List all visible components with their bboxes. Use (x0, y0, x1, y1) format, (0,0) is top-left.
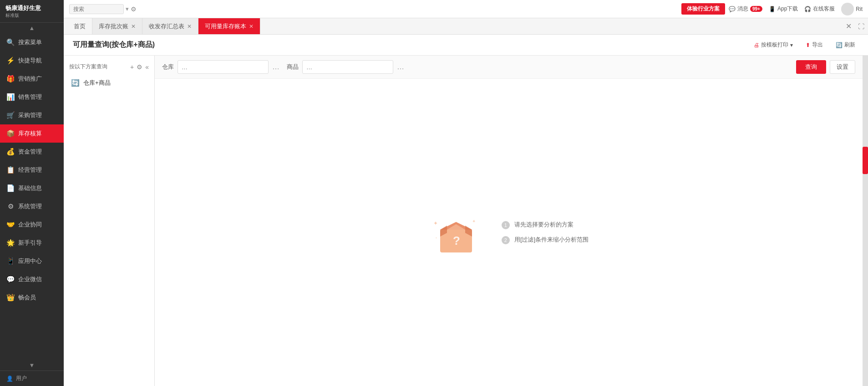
print-label: 按模板打印 (761, 41, 788, 49)
empty-tip-2: 2 用[过滤]条件来缩小分析范围 (502, 236, 589, 244)
topbar: ▾ ⚙ 体验行业方案 💬 消息 99+ 📱 App下载 🎧 在线客服 Rit (64, 0, 868, 18)
sidebar-label-inventory: 库存核算 (18, 129, 42, 138)
sidebar-item-member[interactable]: 👑 畅会员 (0, 288, 64, 307)
sidebar-item-search[interactable]: 🔍 搜索菜单 (0, 33, 64, 51)
sidebar-icon-purchase: 🛒 (6, 111, 15, 119)
goods-more-btn[interactable]: … (397, 63, 404, 71)
tab-batch[interactable]: 库存批次账✕ (92, 18, 142, 34)
tab-label-available: 可用量库存账本 (205, 22, 246, 31)
sidebar-scroll-up[interactable]: ▲ (0, 23, 64, 33)
sidebar-item-operation[interactable]: 📋 经营管理 (0, 161, 64, 179)
query-bar: 仓库 … 商品 … 查询 设置 (155, 56, 863, 79)
filter-item-label-warehouse-goods: 仓库+商品 (83, 79, 111, 87)
tab-home[interactable]: 首页 (67, 18, 92, 34)
sidebar-logo: 畅康通好生意 标准版 (0, 0, 64, 23)
filter-collapse-btn[interactable]: « (145, 63, 149, 71)
tabbar-right: ✕ ⛶ (843, 22, 864, 31)
filter-header-label: 按以下方案查询 (69, 63, 107, 71)
empty-state: ? ✦ ✦ • 1 请先选择要分析的方案 2 (155, 79, 863, 386)
right-scrollbar[interactable] (863, 56, 868, 386)
sidebar: 畅康通好生意 标准版 ▲ 🔍 搜索菜单 ⚡ 快捷导航 🎁 营销推广 📊 销售管理… (0, 0, 64, 386)
warehouse-more-btn[interactable]: … (272, 63, 279, 71)
query-btn[interactable]: 查询 (796, 60, 826, 74)
tab-label-collect: 收发存汇总表 (149, 22, 184, 31)
user-menu[interactable]: Rit (841, 3, 863, 15)
tabbar-expand-btn[interactable]: ⛶ (858, 23, 864, 30)
warehouse-label: 仓库 (162, 63, 174, 71)
sidebar-label-newbie: 新手引导 (18, 239, 42, 247)
trial-btn[interactable]: 体验行业方案 (681, 3, 725, 15)
sidebar-scroll-down[interactable]: ▼ (0, 360, 64, 371)
tab-available[interactable]: 可用量库存账本✕ (198, 18, 260, 34)
app-download-label: App下载 (777, 5, 798, 13)
app-title: 畅康通好生意 (5, 5, 58, 12)
sidebar-icon-appcenter: 📱 (6, 257, 15, 265)
sidebar-label-marketing: 营销推广 (18, 75, 42, 83)
topbar-search-input[interactable] (69, 4, 124, 14)
sidebar-label-member: 畅会员 (18, 293, 36, 302)
sidebar-nav: 🔍 搜索菜单 ⚡ 快捷导航 🎁 营销推广 📊 销售管理 🛒 采购管理 📦 库存核… (0, 33, 64, 360)
dropdown-icon[interactable]: ▾ (126, 5, 129, 12)
sidebar-item-marketing[interactable]: 🎁 营销推广 (0, 70, 64, 88)
tab-collect[interactable]: 收发存汇总表✕ (142, 18, 198, 34)
tip-num-2: 2 (502, 236, 510, 244)
app-download-btn[interactable]: 📱 App下载 (769, 5, 798, 13)
tab-close-available[interactable]: ✕ (249, 23, 254, 30)
sidebar-item-newbie[interactable]: 🌟 新手引导 (0, 234, 64, 252)
filter-item-warehouse-goods[interactable]: 🔄 仓库+商品 (64, 75, 154, 91)
topbar-right: 💬 消息 99+ 📱 App下载 🎧 在线客服 Rit (729, 3, 863, 15)
sidebar-item-sales[interactable]: 📊 销售管理 (0, 88, 64, 106)
message-btn[interactable]: 💬 消息 99+ (729, 5, 762, 13)
sidebar-label-operation: 经营管理 (18, 166, 42, 174)
sidebar-bottom: 👤 用户 (0, 371, 64, 386)
sidebar-label-shortcut: 快捷导航 (18, 57, 42, 65)
warehouse-input[interactable] (178, 60, 269, 74)
topbar-breadcrumb: ▾ ⚙ (69, 4, 678, 14)
sidebar-icon-search: 🔍 (6, 38, 15, 46)
tip-text-1: 请先选择要分析的方案 (514, 221, 574, 229)
filter-add-btn[interactable]: + (130, 63, 134, 71)
settings-btn[interactable]: 设置 (830, 60, 855, 74)
sidebar-label-enterprise: 企业协同 (18, 221, 42, 229)
sidebar-item-basics[interactable]: 📄 基础信息 (0, 179, 64, 197)
refresh-btn[interactable]: 🔄 刷新 (832, 39, 859, 51)
tab-label-home: 首页 (74, 22, 86, 31)
main-area: ▾ ⚙ 体验行业方案 💬 消息 99+ 📱 App下载 🎧 在线客服 Rit (64, 0, 868, 386)
headset-icon: 🎧 (804, 6, 811, 12)
export-btn[interactable]: ⬆ 导出 (802, 39, 827, 51)
sidebar-item-appcenter[interactable]: 📱 应用中心 (0, 252, 64, 270)
query-panel: 仓库 … 商品 … 查询 设置 (155, 56, 863, 386)
sidebar-label-sales: 销售管理 (18, 93, 42, 101)
tabbar-close-btn[interactable]: ✕ (843, 22, 854, 31)
goods-input[interactable] (302, 60, 393, 74)
sidebar-item-wecom[interactable]: 💬 企业微信 (0, 270, 64, 288)
tab-close-collect[interactable]: ✕ (187, 23, 192, 30)
sidebar-icon-marketing: 🎁 (6, 75, 15, 83)
scrollbar-thumb (863, 147, 868, 174)
sidebar-label-system: 系统管理 (18, 202, 42, 211)
sidebar-item-inventory[interactable]: 📦 库存核算 (0, 124, 64, 143)
sidebar-icon-member: 👑 (6, 293, 15, 302)
page-title: 可用量查询(按仓库+商品) (73, 40, 155, 50)
sidebar-item-funds[interactable]: 💰 资金管理 (0, 143, 64, 161)
online-service-btn[interactable]: 🎧 在线客服 (804, 5, 835, 13)
filter-settings-btn[interactable]: ⚙ (137, 63, 142, 71)
empty-tip-1: 1 请先选择要分析的方案 (502, 221, 589, 229)
filter-items-list: 🔄 仓库+商品 (64, 75, 154, 91)
sidebar-icon-sales: 📊 (6, 93, 15, 101)
user-avatar (841, 3, 854, 15)
sidebar-item-system[interactable]: ⚙ 系统管理 (0, 197, 64, 216)
tip-num-1: 1 (502, 221, 510, 229)
svg-text:?: ? (453, 234, 460, 247)
sidebar-item-enterprise[interactable]: 🤝 企业协同 (0, 216, 64, 234)
tab-close-batch[interactable]: ✕ (131, 23, 136, 30)
filter-panel-header: 按以下方案查询 + ⚙ « (64, 61, 154, 75)
topbar-gear-icon[interactable]: ⚙ (131, 5, 137, 13)
print-btn[interactable]: 🖨 按模板打印 ▾ (750, 39, 797, 51)
sidebar-item-purchase[interactable]: 🛒 采购管理 (0, 106, 64, 124)
online-service-label: 在线客服 (813, 5, 835, 13)
refresh-label: 刷新 (844, 41, 855, 49)
sidebar-item-shortcut[interactable]: ⚡ 快捷导航 (0, 51, 64, 70)
print-dropdown-icon[interactable]: ▾ (790, 42, 793, 48)
sidebar-label-appcenter: 应用中心 (18, 257, 42, 265)
